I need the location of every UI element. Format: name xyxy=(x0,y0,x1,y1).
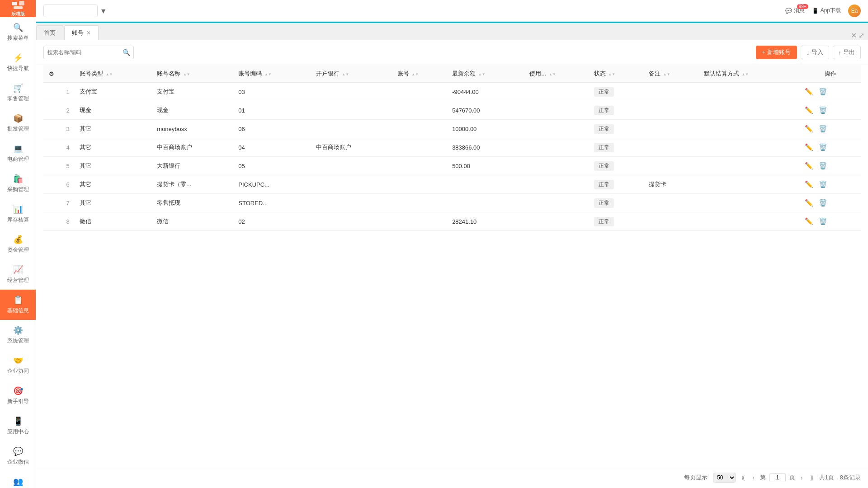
import-label: 导入 xyxy=(811,48,823,56)
table-row: 7 其它 零售抵现 STORED... 正常 ✏️ 🗑️ xyxy=(43,194,861,212)
edit-row-btn[interactable]: ✏️ xyxy=(804,124,814,134)
row-code: 06 xyxy=(235,120,312,138)
svg-rect-2 xyxy=(14,6,23,9)
col-bank[interactable]: 开户银行 ▲▼ xyxy=(312,65,394,83)
row-settings xyxy=(43,101,60,120)
delete-row-btn[interactable]: 🗑️ xyxy=(818,161,828,171)
col-settings[interactable]: ⚙ xyxy=(43,65,60,83)
edit-row-btn[interactable]: ✏️ xyxy=(804,216,814,226)
delete-row-btn[interactable]: 🗑️ xyxy=(818,179,828,189)
edit-row-btn[interactable]: ✏️ xyxy=(804,142,814,152)
sidebar-item-wholesale[interactable]: 📦批发管理 xyxy=(0,108,36,138)
row-settings xyxy=(43,175,60,194)
sidebar-icon-search: 🔍 xyxy=(13,23,23,33)
delete-row-btn[interactable]: 🗑️ xyxy=(818,87,828,97)
row-account xyxy=(394,194,449,212)
col-type[interactable]: 账号类型 ▲▼ xyxy=(76,65,153,83)
sidebar-icon-purchase: 🛍️ xyxy=(13,174,23,184)
sidebar-item-basic[interactable]: 📋基础信息 xyxy=(0,290,36,320)
tab-expand-btn[interactable]: ⤢ xyxy=(859,31,864,40)
sidebar-item-ecommerce[interactable]: 💻电商管理 xyxy=(0,138,36,169)
header-search-input[interactable] xyxy=(43,5,98,17)
sidebar-item-operation[interactable]: 📈经营管理 xyxy=(0,259,36,290)
col-default-payment[interactable]: 默认结算方式 ▲▼ xyxy=(700,65,800,83)
header-dropdown-icon[interactable]: ▾ xyxy=(101,6,105,16)
sidebar-icon-enterprise_agreement: 🤝 xyxy=(13,356,23,366)
edit-row-btn[interactable]: ✏️ xyxy=(804,105,814,115)
sidebar-item-search[interactable]: 🔍搜索菜单 xyxy=(0,17,36,47)
sidebar-item-finance[interactable]: 💰资金管理 xyxy=(0,229,36,259)
page-last-btn[interactable]: ⟫ xyxy=(808,473,816,482)
sidebar-item-guide[interactable]: 🎯新手引导 xyxy=(0,380,36,411)
row-code: STORED... xyxy=(235,194,312,212)
row-num: 7 xyxy=(60,194,76,212)
app-download-button[interactable]: 📱 App下载 xyxy=(812,7,841,14)
toolbar-right: + 新增账号 ↓ 导入 ↑ 导出 xyxy=(756,46,861,59)
col-usage[interactable]: 使用... ▲▼ xyxy=(526,65,590,83)
row-default-payment xyxy=(700,138,800,157)
export-button[interactable]: ↑ 导出 xyxy=(833,46,861,59)
sidebar-item-system[interactable]: ⚙️系统管理 xyxy=(0,320,36,350)
col-status[interactable]: 状态 ▲▼ xyxy=(590,65,646,83)
message-button[interactable]: 💬 消息 99+ xyxy=(785,7,805,14)
row-status: 正常 xyxy=(590,138,646,157)
delete-row-btn[interactable]: 🗑️ xyxy=(818,216,828,226)
page-next-btn[interactable]: › xyxy=(799,473,805,482)
row-settings xyxy=(43,120,60,138)
sidebar-item-app_center[interactable]: 📱应用中心 xyxy=(0,411,36,441)
tab-home[interactable]: 首页 xyxy=(36,25,63,40)
sidebar-item-shortcut[interactable]: ⚡快捷导航 xyxy=(0,47,36,78)
row-usage xyxy=(526,175,590,194)
sidebar-item-purchase[interactable]: 🛍️采购管理 xyxy=(0,169,36,199)
sidebar-label-wholesale: 批发管理 xyxy=(7,125,29,133)
col-balance[interactable]: 最新余额 ▲▼ xyxy=(448,65,526,83)
import-button[interactable]: ↓ 导入 xyxy=(801,46,829,59)
search-input[interactable] xyxy=(44,49,119,56)
page-prev-btn[interactable]: ‹ xyxy=(750,473,756,482)
row-num: 1 xyxy=(60,83,76,101)
tab-close-window-btn[interactable]: ✕ xyxy=(851,31,857,40)
row-usage xyxy=(526,212,590,231)
user-avatar[interactable]: Ea xyxy=(848,5,861,17)
row-actions: ✏️ 🗑️ xyxy=(800,120,861,138)
sidebar-item-inventory[interactable]: 📊库存核算 xyxy=(0,199,36,229)
per-page-select[interactable]: 50 20 100 xyxy=(713,473,736,483)
row-type: 微信 xyxy=(76,212,153,231)
page-label: 第 xyxy=(760,474,766,482)
sidebar-label-operation: 经营管理 xyxy=(7,277,29,284)
page-number-input[interactable] xyxy=(769,473,786,482)
accounts-table-container: ⚙ 账号类型 ▲▼ 账号名称 ▲▼ 账号编码 ▲▼ 开户银行 ▲▼ 账号 ▲▼ … xyxy=(36,65,868,467)
sidebar-item-enterprise_agreement[interactable]: 🤝企业协同 xyxy=(0,350,36,380)
header-left: ▾ xyxy=(43,5,105,17)
edit-row-btn[interactable]: ✏️ xyxy=(804,161,814,171)
col-account[interactable]: 账号 ▲▼ xyxy=(394,65,449,83)
edit-row-btn[interactable]: ✏️ xyxy=(804,179,814,189)
sidebar-label-retail: 零售管理 xyxy=(7,95,29,103)
edit-row-btn[interactable]: ✏️ xyxy=(804,87,814,97)
col-name[interactable]: 账号名称 ▲▼ xyxy=(153,65,235,83)
search-submit-btn[interactable]: 🔍 xyxy=(119,49,134,56)
add-account-button[interactable]: + 新增账号 xyxy=(756,46,797,59)
delete-row-btn[interactable]: 🗑️ xyxy=(818,105,828,115)
row-account xyxy=(394,120,449,138)
col-remark[interactable]: 备注 ▲▼ xyxy=(645,65,700,83)
sidebar-item-enterprise_wechat[interactable]: 💬企业微信 xyxy=(0,441,36,471)
page-first-btn[interactable]: ⟪ xyxy=(740,473,747,482)
row-balance: 500.00 xyxy=(448,157,526,175)
row-default-payment xyxy=(700,157,800,175)
delete-row-btn[interactable]: 🗑️ xyxy=(818,124,828,134)
row-name: 支付宝 xyxy=(153,83,235,101)
sidebar-item-retail[interactable]: 🛒零售管理 xyxy=(0,78,36,108)
sidebar-item-member[interactable]: 👥畅会员 xyxy=(0,471,36,488)
row-settings xyxy=(43,194,60,212)
table-row: 1 支付宝 支付宝 03 -90444.00 正常 ✏️ 🗑️ xyxy=(43,83,861,101)
row-settings xyxy=(43,212,60,231)
tab-account[interactable]: 账号 ✕ xyxy=(64,25,99,40)
delete-row-btn[interactable]: 🗑️ xyxy=(818,142,828,152)
sidebar-label-enterprise_wechat: 企业微信 xyxy=(7,458,29,466)
row-name: 中百商场账户 xyxy=(153,138,235,157)
col-code[interactable]: 账号编码 ▲▼ xyxy=(235,65,312,83)
delete-row-btn[interactable]: 🗑️ xyxy=(818,198,828,208)
tab-account-close[interactable]: ✕ xyxy=(86,30,91,36)
edit-row-btn[interactable]: ✏️ xyxy=(804,198,814,208)
